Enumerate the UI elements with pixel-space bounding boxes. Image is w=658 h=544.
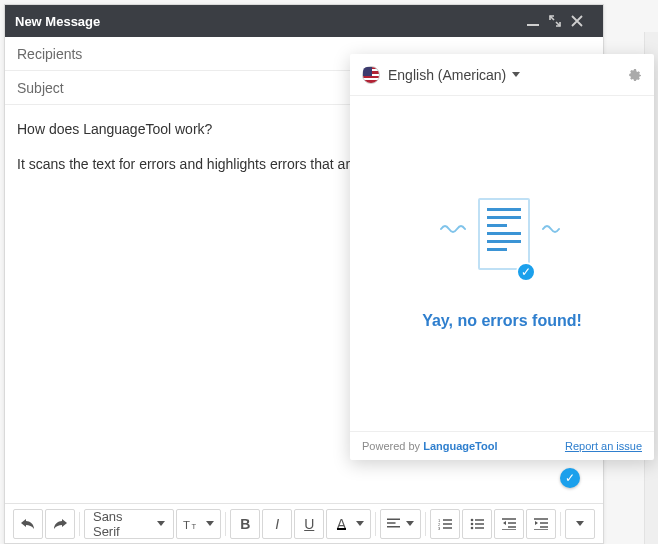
compose-title: New Message [15,14,100,29]
lt-footer: Powered by LanguageTool Report an issue [350,431,654,460]
separator [225,512,226,536]
redo-button[interactable] [45,509,75,539]
lt-header: English (American) [350,54,654,96]
outdent-button[interactable] [494,509,524,539]
bold-button[interactable]: B [230,509,260,539]
separator [560,512,561,536]
lt-no-errors-text: Yay, no errors found! [422,312,582,330]
svg-text:T: T [183,518,190,530]
chevron-down-icon [157,521,165,526]
align-button[interactable] [380,509,421,539]
lt-brand-link[interactable]: LanguageTool [423,440,497,452]
svg-text:T: T [192,521,197,530]
separator [375,512,376,536]
numbered-list-button[interactable]: 123 [430,509,460,539]
close-icon[interactable] [571,15,593,27]
lt-report-issue-link[interactable]: Report an issue [565,440,642,452]
separator [79,512,80,536]
italic-button[interactable]: I [262,509,292,539]
compose-titlebar[interactable]: New Message [5,5,603,37]
document-ok-illustration: ✓ [448,198,556,288]
align-left-icon [387,518,400,530]
chevron-down-icon [576,521,584,526]
svg-point-7 [471,522,474,525]
font-family-select[interactable]: Sans Serif [84,509,174,539]
more-formatting-button[interactable] [565,509,595,539]
svg-text:3: 3 [438,526,441,530]
gear-icon[interactable] [626,67,642,83]
chevron-down-icon [406,521,414,526]
lt-language-select[interactable]: English (American) [388,67,506,83]
svg-rect-0 [527,24,539,26]
lt-body: ✓ Yay, no errors found! [350,96,654,431]
format-toolbar: Sans Serif TT B I U A 123 [5,503,603,543]
chevron-down-icon [206,521,214,526]
indent-button[interactable] [526,509,556,539]
languagetool-popover: English (American) ✓ Yay, no errors foun… [350,54,654,460]
recipients-placeholder: Recipients [17,46,82,62]
languagetool-badge[interactable]: ✓ [560,468,580,488]
subject-placeholder: Subject [17,80,64,96]
text-size-icon: TT [183,517,200,531]
chevron-down-icon[interactable] [512,72,520,77]
svg-point-8 [471,526,474,529]
font-label: Sans Serif [93,509,151,539]
minimize-icon[interactable] [527,15,549,27]
chevron-down-icon [356,521,364,526]
undo-button[interactable] [13,509,43,539]
svg-point-6 [471,518,474,521]
lt-powered-by: Powered by [362,440,420,452]
flag-us-icon [362,66,380,84]
font-size-select[interactable]: TT [176,509,221,539]
check-icon: ✓ [516,262,536,282]
text-color-button[interactable]: A [326,509,371,539]
underline-button[interactable]: U [294,509,324,539]
bulleted-list-button[interactable] [462,509,492,539]
expand-icon[interactable] [549,15,571,27]
separator [425,512,426,536]
text-color-icon: A [333,516,350,532]
check-icon: ✓ [565,471,575,485]
